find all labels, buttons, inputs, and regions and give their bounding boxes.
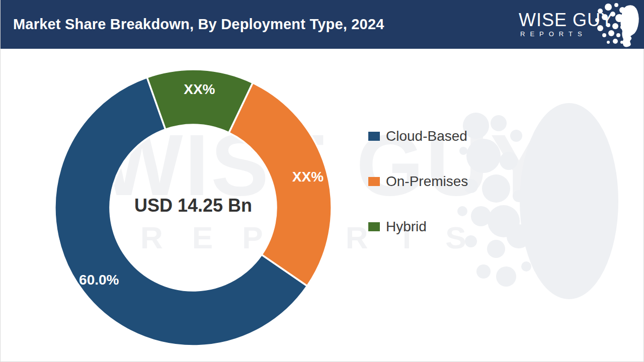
legend-label-hybrid: Hybrid xyxy=(386,219,427,235)
legend-item-cloud-based: Cloud-Based xyxy=(368,127,468,146)
legend-item-hybrid: Hybrid xyxy=(368,217,468,236)
segment-label: XX% xyxy=(292,169,324,185)
legend-item-on-premises: On-Premises xyxy=(368,172,468,191)
donut-chart: 60.0%XX%XX%USD 14.25 Bn xyxy=(1,0,644,362)
segment-label: XX% xyxy=(184,81,215,97)
legend-swatch-hybrid xyxy=(368,222,380,231)
donut-center-label: USD 14.25 Bn xyxy=(134,195,252,216)
legend-swatch-on-premises xyxy=(368,177,380,186)
legend-swatch-cloud-based xyxy=(368,132,380,141)
legend-label-cloud-based: Cloud-Based xyxy=(386,128,467,144)
legend-label-on-premises: On-Premises xyxy=(386,173,468,190)
page: Market Share Breakdown, By Deployment Ty… xyxy=(0,0,644,362)
legend: Cloud-Based On-Premises Hybrid xyxy=(368,127,468,262)
segment-label: 60.0% xyxy=(79,272,119,288)
